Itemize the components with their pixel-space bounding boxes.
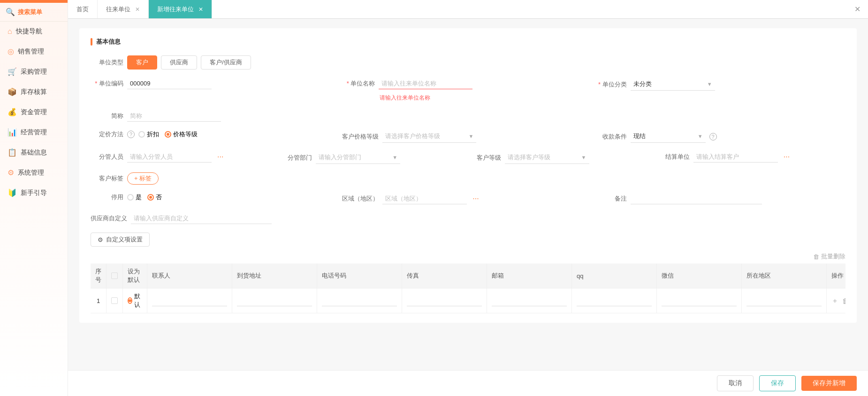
custom-settings-label: 自定义项设置 xyxy=(106,235,143,244)
disabled-yes-label: 是 xyxy=(136,193,142,202)
tab-trading-unit-close[interactable]: ✕ xyxy=(135,6,140,13)
row-default-radio[interactable]: 默认 xyxy=(128,292,142,309)
dept-placeholder: 请输入分管部门 xyxy=(319,153,361,162)
row-phone xyxy=(317,288,402,313)
pricing-discount-radio[interactable]: 折扣 xyxy=(138,130,159,139)
region-more-btn[interactable]: ··· xyxy=(471,195,480,202)
sidebar-item-basic-info[interactable]: 📋 基础信息 xyxy=(0,142,68,163)
search-menu-button[interactable]: 🔍 搜索菜单 xyxy=(0,3,68,22)
col-contact: 联系人 xyxy=(147,264,232,288)
short-name-field: 简称 xyxy=(91,110,845,122)
row-checkbox[interactable] xyxy=(111,297,118,304)
payment-condition-value: 现结 xyxy=(633,132,646,140)
table-header-checkbox[interactable] xyxy=(111,272,118,279)
sidebar-item-finance[interactable]: 💰 资金管理 xyxy=(0,102,68,122)
manager-more-btn[interactable]: ··· xyxy=(215,153,225,161)
cancel-button[interactable]: 取消 xyxy=(717,375,754,391)
dept-select[interactable]: 请输入分管部门 ▼ xyxy=(316,151,400,164)
sidebar-item-ops[interactable]: 📊 经营管理 xyxy=(0,122,68,142)
row-region-input[interactable] xyxy=(746,295,822,306)
home-icon: ⌂ xyxy=(8,27,12,36)
row-wechat-input[interactable] xyxy=(662,295,737,306)
unit-type-customer-btn[interactable]: 客户 xyxy=(127,55,157,70)
disabled-label: 停用 xyxy=(91,193,123,202)
pricing-method-help-icon[interactable]: ? xyxy=(127,131,135,138)
customer-level-select[interactable]: 请选择客户等级 ▼ xyxy=(505,151,589,164)
tab-home[interactable]: 首页 xyxy=(68,0,98,18)
customer-price-level-field: 客户价格等级 请选择客户价格等级 ▼ xyxy=(342,130,594,143)
region-input[interactable] xyxy=(382,193,467,204)
basic-info-icon: 📋 xyxy=(8,148,17,157)
region-label: 区域（地区） xyxy=(342,194,379,203)
add-tag-button[interactable]: + 标签 xyxy=(127,172,159,185)
sidebar-item-sys-mgmt[interactable]: ⚙ 系统管理 xyxy=(0,163,68,183)
col-qq: qq xyxy=(572,264,657,288)
sidebar-label-inventory: 库存核算 xyxy=(21,88,47,96)
pricing-method-radio-group: 折扣 价格等级 xyxy=(138,130,198,139)
short-name-input[interactable] xyxy=(127,110,221,122)
sidebar: 🔍 搜索菜单 ⌂ 快捷导航 ◎ 销售管理 🛒 采购管理 📦 库存核算 💰 资金管… xyxy=(0,0,68,396)
unit-code-name-row: 单位编码 单位名称 请输入往来单位名称 单位分类 未分类 ▼ xyxy=(91,78,845,102)
content-area: 基本信息 单位类型 客户 供应商 客户/供应商 单位编码 xyxy=(68,19,868,370)
row-email-input[interactable] xyxy=(492,295,567,306)
unit-category-field: 单位分类 未分类 ▼ xyxy=(594,78,845,91)
unit-type-both-btn[interactable]: 客户/供应商 xyxy=(201,55,251,70)
row-phone-input[interactable] xyxy=(322,295,397,306)
supplier-custom-input[interactable] xyxy=(131,213,272,224)
row-default-circle xyxy=(128,297,132,304)
tab-new-trading-unit-close[interactable]: ✕ xyxy=(198,6,203,13)
customer-price-level-select[interactable]: 请选择客户价格等级 ▼ xyxy=(382,130,476,143)
manager-input[interactable] xyxy=(127,151,212,163)
settlement-unit-input[interactable] xyxy=(693,151,778,163)
window-close-button[interactable]: ✕ xyxy=(847,0,868,18)
disabled-no-radio[interactable]: 否 xyxy=(147,193,162,202)
disabled-radio-group: 是 否 xyxy=(127,193,162,202)
unit-category-select[interactable]: 未分类 ▼ xyxy=(631,78,715,91)
save-and-new-button[interactable]: 保存并新增 xyxy=(801,376,857,391)
search-menu-label: 搜索菜单 xyxy=(18,8,42,16)
unit-code-input[interactable] xyxy=(127,78,212,89)
sidebar-item-purchase-mgmt[interactable]: 🛒 采购管理 xyxy=(0,62,68,82)
remark-input[interactable] xyxy=(631,193,762,204)
save-button[interactable]: 保存 xyxy=(759,375,796,391)
row-delivery-input[interactable] xyxy=(237,295,312,306)
unit-name-field: 单位名称 请输入往来单位名称 xyxy=(342,78,594,102)
sales-icon: ◎ xyxy=(8,47,14,56)
unit-type-supplier-btn[interactable]: 供应商 xyxy=(161,55,197,70)
row-action-btns: ＋ 🗑 xyxy=(831,296,845,305)
unit-type-row: 单位类型 客户 供应商 客户/供应商 xyxy=(91,55,845,70)
short-name-label: 简称 xyxy=(91,112,123,120)
sidebar-label-quick-nav: 快捷导航 xyxy=(16,27,42,36)
row-fax-input[interactable] xyxy=(407,295,482,306)
pricing-level-radio[interactable]: 价格等级 xyxy=(165,130,198,139)
sidebar-item-sales-mgmt[interactable]: ◎ 销售管理 xyxy=(0,41,68,62)
payment-condition-help-icon[interactable]: ? xyxy=(709,133,717,140)
sidebar-item-quick-nav[interactable]: ⌂ 快捷导航 xyxy=(0,22,68,41)
settlement-unit-more-btn[interactable]: ··· xyxy=(782,153,792,161)
row-contact-input[interactable] xyxy=(152,295,227,306)
table-row: 1 默认 xyxy=(91,288,845,313)
sidebar-label-purchase: 采购管理 xyxy=(21,68,47,76)
disabled-region-row: 停用 是 否 区域（地区） xyxy=(91,193,845,204)
tab-trading-unit[interactable]: 往来单位 ✕ xyxy=(98,0,149,18)
sidebar-item-inventory[interactable]: 📦 库存核算 xyxy=(0,82,68,102)
row-seq: 1 xyxy=(91,288,107,313)
disabled-yes-radio[interactable]: 是 xyxy=(127,193,142,202)
pricing-discount-circle xyxy=(138,131,145,138)
row-qq-input[interactable] xyxy=(577,295,652,306)
col-check xyxy=(107,264,123,288)
sidebar-label-sales: 销售管理 xyxy=(18,47,44,56)
dept-arrow-icon: ▼ xyxy=(392,155,397,160)
unit-name-input[interactable] xyxy=(379,78,472,89)
row-delete-icon[interactable]: 🗑 xyxy=(842,297,845,305)
custom-settings-button[interactable]: ⚙ 自定义项设置 xyxy=(91,233,150,247)
sidebar-item-new-guide[interactable]: 🔰 新手引导 xyxy=(0,183,68,203)
tab-new-trading-unit[interactable]: 新增往来单位 ✕ xyxy=(149,0,212,18)
row-add-icon[interactable]: ＋ xyxy=(831,296,838,305)
batch-delete-btn[interactable]: 🗑 批量删除 xyxy=(813,252,845,261)
payment-condition-select[interactable]: 现结 ▼ xyxy=(631,130,706,143)
unit-category-label: 单位分类 xyxy=(594,80,627,89)
finance-icon: 💰 xyxy=(8,108,17,116)
unit-code-field: 单位编码 xyxy=(91,78,342,89)
row-email xyxy=(487,288,572,313)
